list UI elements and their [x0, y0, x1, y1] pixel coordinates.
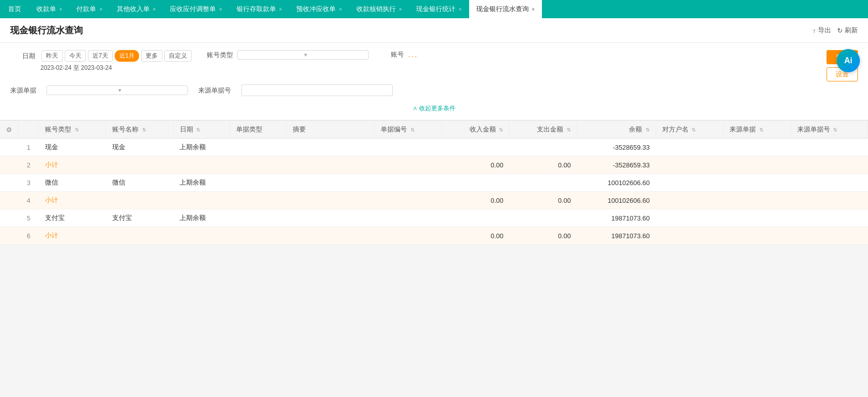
- cell-doc-type: [230, 139, 286, 156]
- cell-account-type: 现金: [39, 139, 106, 156]
- gear-icon[interactable]: ⚙: [6, 126, 12, 134]
- cell-num: 2: [19, 156, 39, 174]
- sort-icon: ⇅: [410, 127, 415, 133]
- close-icon[interactable]: ×: [99, 6, 102, 12]
- cell-expense: 0.00: [510, 156, 577, 174]
- account-dots-button[interactable]: ...: [408, 50, 418, 59]
- collapse-bar[interactable]: ∧ 收起更多条件: [10, 101, 858, 115]
- nav-tab-6[interactable]: 收款核销执行 ×: [349, 0, 409, 18]
- cell-num: 1: [19, 139, 39, 156]
- cell-account-name: [106, 227, 173, 245]
- chevron-down-icon-2: ▼: [117, 87, 184, 93]
- cell-summary: [286, 209, 375, 227]
- cell-expense: [510, 139, 577, 156]
- th-source-doc[interactable]: 来源单据 ⇅: [723, 121, 791, 139]
- account-type-label: 账号类型: [207, 51, 233, 60]
- cell-doc-no: [375, 209, 442, 227]
- cell-doc-type: [230, 174, 286, 192]
- sort-icon: ⇅: [75, 127, 79, 133]
- close-icon[interactable]: ×: [399, 6, 402, 12]
- table-body: 1 现金 现金 上期余额 -3528659.33 2 小计 0.00 0.00 …: [0, 139, 868, 245]
- cell-counterpart: [656, 156, 723, 174]
- th-expense[interactable]: 支出金额 ⇅: [510, 121, 577, 139]
- th-balance[interactable]: 余额 ⇅: [577, 121, 656, 139]
- nav-tab-3[interactable]: 应收应付调整单 ×: [163, 0, 229, 18]
- sort-icon: ⇅: [692, 127, 696, 133]
- header-actions: ↑ 导出 ↻ 刷新: [813, 26, 858, 35]
- nav-tab-7[interactable]: 现金银行统计 ×: [409, 0, 469, 18]
- cell-balance: 19871073.60: [577, 209, 656, 227]
- cell-account-name: 支付宝: [106, 209, 173, 227]
- date-btn-yesterday[interactable]: 昨天: [41, 50, 63, 62]
- cell-source-doc-no: [791, 174, 867, 192]
- cell-settings: [0, 192, 19, 209]
- table-row: 2 小计 0.00 0.00 -3528659.33: [0, 156, 868, 174]
- date-btn-1month[interactable]: 近1月: [115, 50, 140, 62]
- cell-expense: [510, 174, 577, 192]
- th-account-name[interactable]: 账号名称 ⇅: [106, 121, 173, 139]
- account-type-select[interactable]: ▼: [237, 50, 369, 60]
- close-icon[interactable]: ×: [279, 6, 282, 12]
- source-doc-select[interactable]: ▼: [47, 85, 188, 95]
- refresh-button[interactable]: ↻ 刷新: [837, 26, 858, 35]
- cell-settings: [0, 174, 19, 192]
- date-btn-more[interactable]: 更多: [141, 50, 162, 62]
- ai-badge[interactable]: Ai: [837, 49, 860, 72]
- th-source-doc-no[interactable]: 来源单据号 ⇅: [791, 121, 867, 139]
- close-icon[interactable]: ×: [339, 6, 342, 12]
- nav-home[interactable]: 首页: [0, 5, 29, 14]
- nav-tab-4[interactable]: 银行存取款单 ×: [230, 0, 289, 18]
- cell-summary: [286, 174, 375, 192]
- cell-counterpart: [656, 174, 723, 192]
- cell-balance: 100102606.60: [577, 192, 656, 209]
- cell-doc-type: [230, 227, 286, 245]
- th-summary: 摘要: [286, 121, 375, 139]
- source-doc-no-input[interactable]: [241, 84, 393, 96]
- cell-doc-no: [375, 227, 442, 245]
- th-date[interactable]: 日期 ⇅: [173, 121, 230, 139]
- nav-tab-0[interactable]: 收款单 ×: [29, 0, 69, 18]
- cell-doc-no: [375, 174, 442, 192]
- cell-num: 3: [19, 174, 39, 192]
- nav-tab-8[interactable]: 现金银行流水查询 ×: [469, 0, 542, 18]
- cell-doc-type: [230, 192, 286, 209]
- table-container: ⚙ 账号类型 ⇅ 账号名称 ⇅ 日期 ⇅ 单据类型: [0, 120, 868, 245]
- cell-balance: -3528659.33: [577, 139, 656, 156]
- close-icon[interactable]: ×: [532, 6, 535, 12]
- th-counterpart[interactable]: 对方户名 ⇅: [656, 121, 723, 139]
- cell-source-doc-no: [791, 156, 867, 174]
- close-icon[interactable]: ×: [153, 6, 156, 12]
- close-icon[interactable]: ×: [219, 6, 222, 12]
- nav-tab-2[interactable]: 其他收入单 ×: [110, 0, 163, 18]
- cell-settings: [0, 139, 19, 156]
- cell-date: 上期余额: [173, 139, 230, 156]
- cell-counterpart: [656, 209, 723, 227]
- source-doc-no-label: 来源单据号: [198, 86, 231, 95]
- sort-icon: ⇅: [833, 127, 837, 133]
- cell-summary: [286, 192, 375, 209]
- page-title: 现金银行流水查询: [10, 24, 83, 36]
- th-income[interactable]: 收入金额 ⇅: [442, 121, 509, 139]
- date-btn-custom[interactable]: 自定义: [164, 50, 192, 62]
- cell-summary: [286, 227, 375, 245]
- cell-settings: [0, 227, 19, 245]
- top-nav: 首页 收款单 × 付款单 × 其他收入单 × 应收应付调整单 × 银行存取款单 …: [0, 0, 868, 18]
- nav-tab-1[interactable]: 付款单 ×: [69, 0, 109, 18]
- th-doc-no[interactable]: 单据编号 ⇅: [375, 121, 442, 139]
- date-btn-7days[interactable]: 近7天: [88, 50, 113, 62]
- export-button[interactable]: ↑ 导出: [813, 26, 832, 35]
- cell-source-doc: [723, 174, 791, 192]
- cell-source-doc-no: [791, 227, 867, 245]
- refresh-icon: ↻: [837, 27, 843, 34]
- date-btn-today[interactable]: 今天: [65, 50, 86, 62]
- nav-tab-5[interactable]: 预收冲应收单 ×: [289, 0, 349, 18]
- close-icon[interactable]: ×: [59, 6, 62, 12]
- table-row: 1 现金 现金 上期余额 -3528659.33: [0, 139, 868, 156]
- cell-summary: [286, 139, 375, 156]
- sort-icon: ⇅: [759, 127, 763, 133]
- cell-income: [442, 174, 509, 192]
- close-icon[interactable]: ×: [459, 6, 462, 12]
- th-settings[interactable]: ⚙: [0, 121, 19, 139]
- sort-icon: ⇅: [567, 127, 571, 133]
- th-account-type[interactable]: 账号类型 ⇅: [39, 121, 106, 139]
